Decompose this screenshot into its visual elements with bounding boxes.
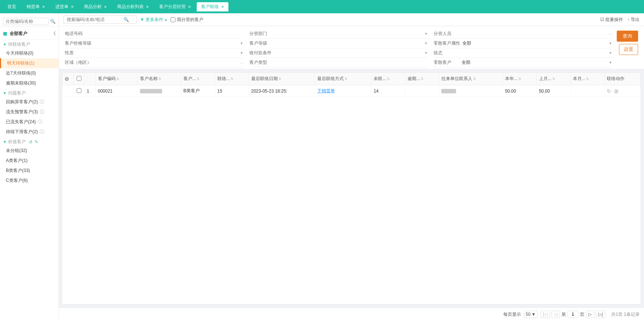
triangle-icon-problem: ▼ (3, 91, 7, 95)
row-checkbox-cell (73, 85, 84, 97)
sidebar-item-class-b[interactable]: B类客户(33) (0, 166, 59, 176)
gear-icon[interactable]: ⚙ (64, 76, 69, 82)
sort-icon-date[interactable]: ⇅ (279, 77, 281, 81)
export-btn[interactable]: ↑ 导出 (627, 17, 640, 23)
last-page-btn[interactable]: ▷| (596, 311, 605, 318)
action-refresh-icon[interactable]: ↻ (607, 88, 611, 94)
region-dots-icon[interactable]: ··· (240, 60, 244, 65)
sidebar-group-problem[interactable]: ▼ 问题客户 (0, 88, 59, 97)
nav-product-analysis[interactable]: 商品分析 ✕ (80, 2, 111, 11)
sidebar-item-week[interactable]: 近7天待联络(0) (0, 68, 59, 78)
table-footer: 每页显示 50 ▼ |◁ ◁ 第 页 ▷ ▷| 共1页 1条记录 (59, 307, 644, 321)
nav-customer-segment-close[interactable]: ✕ (188, 5, 191, 9)
sidebar-search-icon[interactable]: 🔍 (50, 19, 56, 24)
sidebar-search-input[interactable] (3, 18, 49, 25)
th-overdue: 逾期... ⇅ (405, 73, 439, 85)
sort-icon-person[interactable]: ⇅ (473, 77, 476, 81)
payment-select[interactable]: ▼ (277, 51, 428, 55)
sidebar-item-continuous-down[interactable]: 持续下滑客户(2) ⓘ (0, 127, 59, 137)
page-size-select[interactable]: 50 ▼ (524, 311, 538, 318)
top-navigation: 首页 销货单 ✕ 进货单 ✕ 商品分析 ✕ 商品分析列表 ✕ 客户分层经营 ✕ … (0, 0, 644, 13)
sort-icon-name[interactable]: ⇅ (158, 77, 161, 81)
phone-input[interactable] (93, 31, 244, 37)
sidebar-item-today[interactable]: 今天待联络(0) (0, 48, 59, 58)
sort-icon-overdue[interactable]: ⇅ (421, 77, 424, 81)
th-index (84, 73, 95, 85)
nature-select[interactable]: ▼ (93, 51, 244, 55)
refresh-icon-value[interactable]: ↺ (29, 139, 32, 145)
page-input[interactable] (567, 311, 578, 318)
sidebar-item-class-c[interactable]: C类客户(6) (0, 176, 59, 186)
row-checkbox[interactable] (77, 88, 81, 93)
nav-purchase-close[interactable]: ✕ (71, 5, 74, 9)
nav-product-analysis-table[interactable]: 商品分析列表 ✕ (113, 2, 153, 11)
status-select[interactable]: ▼ (462, 51, 612, 55)
sidebar-item-overdue[interactable]: 逾期未联络(30) (0, 78, 59, 88)
export-icon: ↑ (627, 17, 630, 22)
row-this-year-cell: 50.00 (503, 85, 536, 97)
my-customers-checkbox[interactable] (171, 17, 175, 22)
next-page-btn[interactable]: ▷ (586, 311, 594, 318)
region-select[interactable]: ··· (94, 60, 244, 65)
sidebar-item-class-a[interactable]: A类客户(1) (0, 156, 59, 166)
manager-select[interactable]: ··· (462, 31, 612, 37)
nav-sales-close[interactable]: ✕ (42, 5, 45, 9)
sidebar-item-repeat-abnormal[interactable]: 回购异常客户(2) ⓘ (0, 97, 59, 107)
search-icon[interactable]: 🔍 (123, 17, 129, 22)
collapse-icon[interactable]: 《 (51, 31, 56, 37)
sidebar-group-pending[interactable]: ▼ 待联络客户 (0, 39, 59, 48)
nav-product-analysis-close[interactable]: ✕ (104, 5, 107, 9)
first-page-btn[interactable]: |◁ (540, 311, 550, 318)
search-box: 🔍 (63, 15, 137, 24)
nav-purchase[interactable]: 进货单 ✕ (51, 2, 78, 11)
more-conditions-btn[interactable]: ▼ 更多条件 ▲ (140, 17, 168, 23)
my-customers-checkbox-label[interactable]: 我分管的客户 (171, 17, 203, 23)
nav-customer-segment[interactable]: 客户分层经营 ✕ (155, 2, 195, 11)
price-grade-select[interactable]: ▼ (94, 41, 244, 45)
sort-icon-last-month[interactable]: ⇅ (552, 77, 555, 81)
retail-customer-select[interactable]: 全部 ▼ (462, 59, 612, 66)
row-type-cell: B类客户 (181, 85, 215, 97)
th-actions: 联络动作 (604, 73, 640, 85)
edit-icon-value[interactable]: ✎ (35, 139, 38, 145)
nav-customer-contact-close[interactable]: ✕ (221, 5, 224, 9)
sort-icon-type[interactable]: ⇅ (197, 77, 200, 81)
sort-icon-uncontacted[interactable]: ⇅ (387, 77, 390, 81)
sidebar-group-value[interactable]: ▼ 价值客户 ↺ ✎ (0, 137, 59, 146)
contact-person-masked (441, 89, 456, 93)
row-contact-person-cell (439, 85, 503, 97)
settings-button[interactable]: 设置 (619, 44, 638, 55)
nav-sales[interactable]: 销货单 ✕ (22, 2, 49, 11)
sort-icon-this-month[interactable]: ⇅ (586, 77, 589, 81)
bulk-operations-btn[interactable]: ☑ 批量操作 (600, 17, 623, 23)
action-grid-icon[interactable]: ⊞ (614, 88, 619, 94)
content-area: 🔍 ▼ 更多条件 ▲ 我分管的客户 ☑ 批量操作 ↑ 导出 (59, 13, 644, 321)
nav-product-analysis-table-close[interactable]: ✕ (146, 5, 149, 9)
checkbox-icon: ☑ (600, 17, 604, 22)
nature-caret-icon: ▼ (240, 51, 244, 55)
retail-attr-select[interactable]: 全部 ▼ (462, 40, 612, 46)
row-contact-cell: 15 (215, 85, 249, 97)
sort-icon-method[interactable]: ⇅ (344, 77, 347, 81)
sidebar-item-unclassified[interactable]: 未分组(32) (0, 146, 59, 156)
sidebar-item-lost-risk[interactable]: 流失预警客户(3) ⓘ (0, 107, 59, 117)
sidebar-item-tomorrow[interactable]: 明天待联络(1) (0, 58, 59, 68)
search-input[interactable] (67, 17, 122, 22)
row-name-cell (138, 85, 181, 97)
sort-icon-code[interactable]: ⇅ (116, 77, 119, 81)
nav-home[interactable]: 首页 (3, 2, 21, 11)
select-all-checkbox[interactable] (77, 76, 81, 81)
sort-icon-contact[interactable]: ⇅ (231, 77, 234, 81)
last-contact-method-link[interactable]: 下销货单 (317, 88, 335, 93)
customer-grade-select[interactable]: ▼ (277, 41, 428, 45)
query-button[interactable]: 查询 (617, 31, 638, 42)
dept-select[interactable]: ▼ (277, 32, 428, 36)
customer-name-masked (140, 89, 162, 93)
manager-dots-icon[interactable]: ··· (609, 31, 612, 37)
all-customers-item[interactable]: ▦ 全部客户 《 (0, 28, 59, 39)
sidebar-item-churned[interactable]: 已流失客户(24) ⓘ (0, 117, 59, 127)
customer-table: ⚙ 客户编码 ⇅ (62, 73, 641, 97)
sort-icon-this-year[interactable]: ⇅ (518, 77, 521, 81)
prev-page-btn[interactable]: ◁ (552, 311, 560, 318)
nav-customer-contact[interactable]: 客户联络 ✕ (197, 2, 228, 11)
